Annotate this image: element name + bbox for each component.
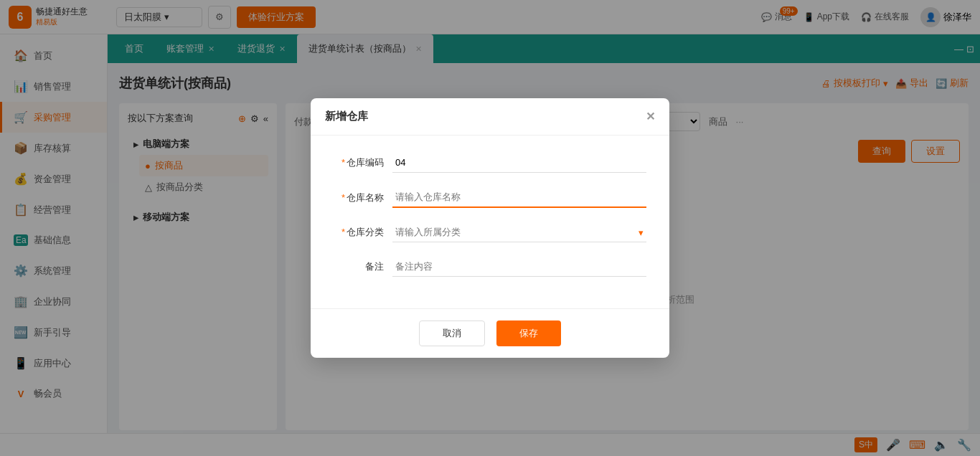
- dialog-footer: 取消 保存: [311, 308, 669, 358]
- save-button[interactable]: 保存: [496, 320, 561, 346]
- dialog-close-button[interactable]: ✕: [646, 110, 655, 123]
- form-row-name: 仓库名称: [334, 187, 646, 208]
- dialog-title: 新增仓库: [325, 110, 368, 123]
- dialog-overlay[interactable]: 新增仓库 ✕ 仓库编码 仓库名称 仓库分类 ▾ 备注: [0, 0, 980, 456]
- name-label: 仓库名称: [334, 191, 384, 204]
- code-label: 仓库编码: [334, 156, 384, 169]
- form-row-note: 备注: [334, 257, 646, 277]
- cancel-button[interactable]: 取消: [419, 320, 485, 346]
- name-input[interactable]: [392, 187, 646, 208]
- code-input[interactable]: [392, 153, 646, 173]
- form-row-code: 仓库编码: [334, 153, 646, 173]
- note-input[interactable]: [392, 257, 646, 277]
- category-label: 仓库分类: [334, 226, 384, 239]
- category-select-wrap: ▾: [392, 222, 646, 242]
- category-input[interactable]: [392, 222, 646, 242]
- form-row-category: 仓库分类 ▾: [334, 222, 646, 242]
- new-warehouse-dialog: 新增仓库 ✕ 仓库编码 仓库名称 仓库分类 ▾ 备注: [311, 98, 669, 358]
- dialog-body: 仓库编码 仓库名称 仓库分类 ▾ 备注: [311, 136, 669, 308]
- note-label: 备注: [334, 260, 384, 273]
- dialog-header: 新增仓库 ✕: [311, 98, 669, 136]
